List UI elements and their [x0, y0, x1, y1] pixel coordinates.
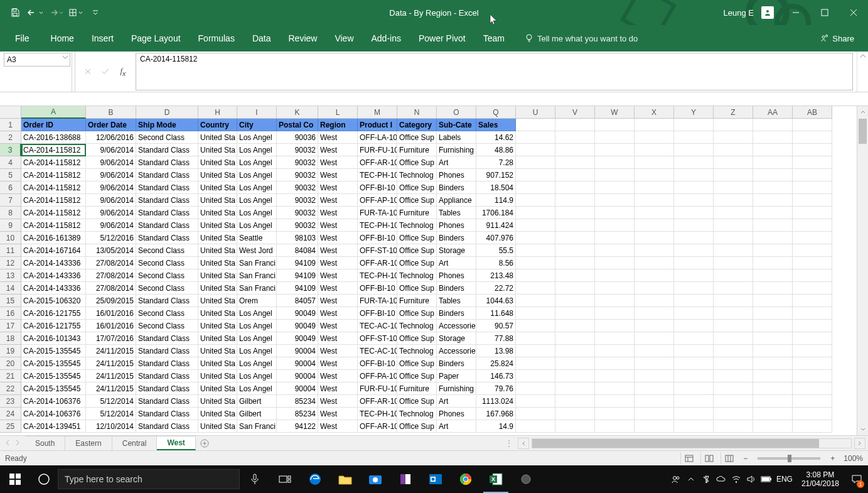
cell[interactable]: CA-2014-115812 [21, 156, 86, 169]
cell[interactable]: 16/01/2016 [86, 320, 136, 332]
cell[interactable] [516, 207, 555, 219]
cell[interactable] [555, 345, 595, 357]
cell[interactable]: 90049 [277, 320, 318, 332]
zoom-percentage[interactable]: 100% [844, 454, 863, 463]
cell[interactable]: Second Class [136, 320, 198, 332]
cell[interactable]: Sub-Cate [437, 119, 476, 131]
cell[interactable] [555, 169, 595, 181]
cell[interactable] [516, 269, 555, 282]
cell[interactable] [793, 219, 832, 232]
cell[interactable]: West Jord [237, 244, 277, 257]
cell[interactable]: United Sta [198, 181, 237, 194]
cell[interactable]: 27/08/2014 [86, 257, 136, 269]
cell[interactable]: CA-2014-115812 [21, 194, 86, 207]
cell[interactable]: 12/10/2014 [86, 420, 136, 433]
zoom-slider[interactable] [758, 457, 820, 460]
cell[interactable]: 1706.184 [476, 207, 516, 219]
cell[interactable] [714, 307, 753, 320]
cell[interactable]: TEC-PH-10 [358, 408, 397, 420]
cell[interactable] [753, 181, 793, 194]
cell[interactable]: 9/06/2014 [86, 219, 136, 232]
onedrive-icon[interactable] [714, 465, 729, 493]
cell[interactable] [595, 370, 635, 382]
cell[interactable] [753, 232, 793, 244]
cell[interactable]: United Sta [198, 207, 237, 219]
row-header[interactable]: 24 [0, 408, 21, 420]
cell[interactable]: Storage [437, 332, 476, 345]
cell[interactable] [635, 169, 674, 181]
cell[interactable]: CA-2014-115812 [21, 207, 86, 219]
cell[interactable]: Los Angel [237, 332, 277, 345]
cell[interactable]: 90004 [277, 357, 318, 370]
ribbon-tab-team[interactable]: Team [474, 25, 513, 51]
cell[interactable]: Postal Co [277, 119, 318, 131]
cell[interactable]: West [318, 144, 358, 156]
cancel-formula-button[interactable] [79, 65, 97, 79]
cell[interactable]: 94122 [277, 420, 318, 433]
cell[interactable]: United Sta [198, 420, 237, 433]
cell[interactable]: 22.72 [476, 282, 516, 295]
worksheet-grid[interactable]: ABDHIKLMNOQUVWXYZAAAB 1Order IDOrder Dat… [0, 106, 868, 435]
cell[interactable]: Art [437, 420, 476, 433]
cell[interactable]: 90032 [277, 207, 318, 219]
cell[interactable] [793, 194, 832, 207]
cell[interactable]: Art [437, 156, 476, 169]
cell[interactable] [714, 232, 753, 244]
column-header[interactable]: A [21, 106, 86, 119]
column-header[interactable]: U [516, 106, 555, 119]
taskbar-app-onenote[interactable] [390, 465, 421, 493]
cell[interactable]: Los Angel [237, 144, 277, 156]
page-layout-view-button[interactable] [700, 452, 717, 465]
taskbar-app-outlook[interactable] [421, 465, 451, 493]
cell[interactable] [674, 244, 714, 257]
cell[interactable] [793, 332, 832, 345]
cell[interactable] [595, 408, 635, 420]
cell[interactable]: Product I [358, 119, 397, 131]
cell[interactable] [635, 320, 674, 332]
cell[interactable]: West [318, 332, 358, 345]
cell[interactable] [595, 307, 635, 320]
cell[interactable] [753, 282, 793, 295]
column-header[interactable]: L [318, 106, 358, 119]
column-header[interactable]: Q [476, 106, 516, 119]
people-icon[interactable] [668, 465, 683, 493]
maximize-button[interactable] [810, 0, 839, 25]
cell[interactable] [555, 307, 595, 320]
cell[interactable] [555, 156, 595, 169]
cell[interactable]: Standard Class [136, 207, 198, 219]
cell[interactable]: 9/06/2014 [86, 169, 136, 181]
cell[interactable]: 1113.024 [476, 395, 516, 408]
cell[interactable]: Phones [437, 269, 476, 282]
cell[interactable]: Los Angel [237, 345, 277, 357]
cell[interactable]: OFF-BI-10 [358, 282, 397, 295]
cell[interactable] [714, 207, 753, 219]
ribbon-tab-review[interactable]: Review [280, 25, 326, 51]
cell[interactable]: 94109 [277, 269, 318, 282]
cell[interactable] [753, 144, 793, 156]
cell[interactable]: United Sta [198, 320, 237, 332]
taskbar-app-camera[interactable] [360, 465, 390, 493]
cell[interactable]: Binders [437, 357, 476, 370]
cell[interactable]: FUR-TA-10 [358, 295, 397, 307]
cell[interactable]: United Sta [198, 257, 237, 269]
cell[interactable]: 911.424 [476, 219, 516, 232]
cell[interactable]: Orem [237, 295, 277, 307]
cell[interactable]: CA-2014-143336 [21, 257, 86, 269]
cell[interactable]: Sales [476, 119, 516, 131]
cell[interactable] [555, 119, 595, 131]
cell[interactable] [516, 169, 555, 181]
cell[interactable]: United Sta [198, 219, 237, 232]
cell[interactable] [674, 144, 714, 156]
cell[interactable]: 94109 [277, 282, 318, 295]
cell[interactable] [516, 332, 555, 345]
cell[interactable]: Los Angel [237, 382, 277, 395]
cell[interactable] [793, 307, 832, 320]
cell[interactable] [714, 156, 753, 169]
start-button[interactable] [0, 465, 30, 493]
cell[interactable] [516, 181, 555, 194]
cell[interactable] [714, 194, 753, 207]
cell[interactable]: West [318, 169, 358, 181]
cell[interactable] [516, 119, 555, 131]
cell[interactable]: CA-2015-135545 [21, 382, 86, 395]
cell[interactable]: TEC-PH-10 [358, 169, 397, 181]
